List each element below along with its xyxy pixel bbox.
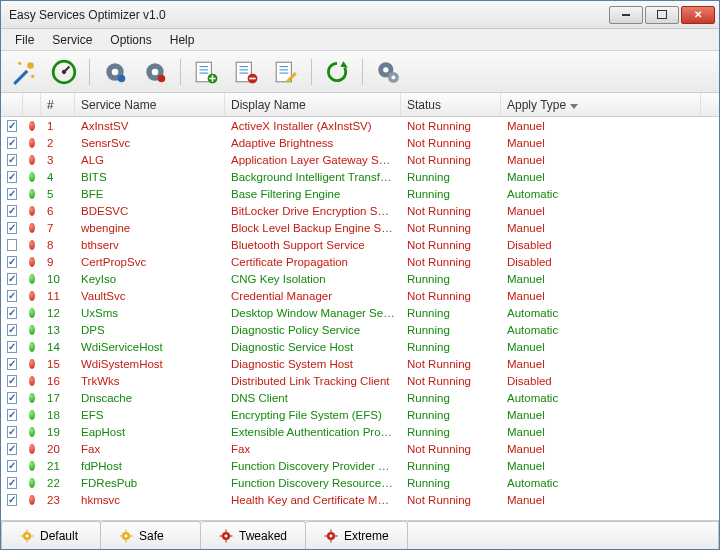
status-text: Running [401, 426, 501, 438]
table-row[interactable]: 2SensrSvcAdaptive BrightnessNot RunningM… [1, 134, 719, 151]
table-row[interactable]: 17DnscacheDNS ClientRunningAutomatic [1, 389, 719, 406]
table-row[interactable]: 6BDESVCBitLocker Drive Encryption Servic… [1, 202, 719, 219]
table-row[interactable]: 3ALGApplication Layer Gateway Ser...Not … [1, 151, 719, 168]
tool-list-add-icon[interactable] [191, 57, 221, 87]
table-row[interactable]: 5BFEBase Filtering EngineRunningAutomati… [1, 185, 719, 202]
tool-list-edit-icon[interactable] [271, 57, 301, 87]
menu-file[interactable]: File [7, 31, 42, 49]
row-checkbox[interactable] [7, 239, 17, 251]
table-row[interactable]: 1AxInstSVActiveX Installer (AxInstSV)Not… [1, 117, 719, 134]
column-checkbox[interactable] [1, 93, 23, 116]
svg-point-7 [112, 68, 119, 75]
menu-options[interactable]: Options [102, 31, 159, 49]
menu-help[interactable]: Help [162, 31, 203, 49]
svg-rect-36 [31, 535, 33, 536]
table-row[interactable]: 15WdiSystemHostDiagnostic System HostNot… [1, 355, 719, 372]
table-row[interactable]: 23hkmsvcHealth Key and Certificate Man..… [1, 491, 719, 508]
row-checkbox[interactable] [7, 409, 17, 421]
grid-rows[interactable]: 1AxInstSVActiveX Installer (AxInstSV)Not… [1, 117, 719, 520]
table-row[interactable]: 20FaxFaxNot RunningManuel [1, 440, 719, 457]
svg-rect-51 [330, 529, 331, 531]
status-text: Running [401, 409, 501, 421]
row-checkbox[interactable] [7, 324, 17, 336]
table-row[interactable]: 11VaultSvcCredential ManagerNot RunningM… [1, 287, 719, 304]
row-checkbox[interactable] [7, 341, 17, 353]
row-checkbox[interactable] [7, 273, 17, 285]
row-checkbox[interactable] [7, 307, 17, 319]
row-number: 11 [41, 290, 75, 302]
column-status[interactable]: Status [401, 93, 501, 116]
table-row[interactable]: 9CertPropSvcCertificate PropagationNot R… [1, 253, 719, 270]
row-checkbox[interactable] [7, 205, 17, 217]
row-checkbox[interactable] [7, 392, 17, 404]
status-text: Running [401, 273, 501, 285]
svg-point-28 [383, 67, 388, 72]
table-row[interactable]: 19EapHostExtensible Authentication Proto… [1, 423, 719, 440]
table-row[interactable]: 10KeyIsoCNG Key IsolationRunningManuel [1, 270, 719, 287]
tool-magic-icon[interactable] [9, 57, 39, 87]
display-name: Function Discovery Resource P... [225, 477, 401, 489]
row-checkbox[interactable] [7, 443, 17, 455]
row-checkbox[interactable] [7, 222, 17, 234]
tool-gauge-icon[interactable] [49, 57, 79, 87]
table-row[interactable]: 22FDResPubFunction Discovery Resource P.… [1, 474, 719, 491]
table-row[interactable]: 7wbengineBlock Level Backup Engine Servi… [1, 219, 719, 236]
table-row[interactable]: 12UxSmsDesktop Window Manager Sess...Run… [1, 304, 719, 321]
table-row[interactable]: 14WdiServiceHostDiagnostic Service HostR… [1, 338, 719, 355]
column-number[interactable]: # [41, 93, 75, 116]
row-checkbox[interactable] [7, 120, 17, 132]
table-row[interactable]: 16TrkWksDistributed Link Tracking Client… [1, 372, 719, 389]
service-name: WdiServiceHost [75, 341, 225, 353]
display-name: Application Layer Gateway Ser... [225, 154, 401, 166]
column-service-name[interactable]: Service Name [75, 93, 225, 116]
tool-gear-red-icon[interactable] [140, 57, 170, 87]
tool-refresh-icon[interactable] [322, 57, 352, 87]
column-status-dot[interactable] [23, 93, 41, 116]
row-checkbox[interactable] [7, 171, 17, 183]
svg-point-8 [118, 74, 126, 82]
minimize-button[interactable] [609, 6, 643, 24]
row-checkbox[interactable] [7, 460, 17, 472]
row-checkbox[interactable] [7, 154, 17, 166]
tool-settings-icon[interactable] [373, 57, 403, 87]
table-row[interactable]: 4BITSBackground Intelligent Transfer...R… [1, 168, 719, 185]
table-row[interactable]: 8bthservBluetooth Support ServiceNot Run… [1, 236, 719, 253]
table-row[interactable]: 18EFSEncrypting File System (EFS)Running… [1, 406, 719, 423]
status-dot-icon [29, 410, 35, 420]
status-text: Running [401, 171, 501, 183]
maximize-button[interactable] [645, 6, 679, 24]
display-name: CNG Key Isolation [225, 273, 401, 285]
tab-safe[interactable]: Safe [101, 521, 201, 549]
row-checkbox[interactable] [7, 494, 17, 506]
tab-default[interactable]: Default [1, 521, 101, 549]
svg-marker-26 [340, 61, 348, 67]
row-checkbox[interactable] [7, 426, 17, 438]
tab-tweaked[interactable]: Tweaked [201, 521, 306, 549]
close-button[interactable] [681, 6, 715, 24]
apply-type: Manuel [501, 222, 631, 234]
tool-list-remove-icon[interactable] [231, 57, 261, 87]
row-checkbox[interactable] [7, 290, 17, 302]
row-checkbox[interactable] [7, 375, 17, 387]
svg-point-38 [125, 534, 128, 537]
row-checkbox[interactable] [7, 477, 17, 489]
row-number: 15 [41, 358, 75, 370]
service-name: VaultSvc [75, 290, 225, 302]
column-apply-type[interactable]: Apply Type [501, 93, 701, 116]
status-dot-icon [29, 257, 35, 267]
row-checkbox[interactable] [7, 188, 17, 200]
row-checkbox[interactable] [7, 358, 17, 370]
row-checkbox[interactable] [7, 256, 17, 268]
menu-service[interactable]: Service [44, 31, 100, 49]
table-row[interactable]: 13DPSDiagnostic Policy ServiceRunningAut… [1, 321, 719, 338]
table-row[interactable]: 21fdPHostFunction Discovery Provider Hos… [1, 457, 719, 474]
status-dot-icon [29, 393, 35, 403]
apply-type: Manuel [501, 205, 631, 217]
tab-extreme[interactable]: Extreme [306, 521, 408, 549]
tool-gear-blue-icon[interactable] [100, 57, 130, 87]
service-name: SensrSvc [75, 137, 225, 149]
row-checkbox[interactable] [7, 137, 17, 149]
column-display-name[interactable]: Display Name [225, 93, 401, 116]
svg-point-11 [158, 74, 166, 82]
status-dot-icon [29, 444, 35, 454]
